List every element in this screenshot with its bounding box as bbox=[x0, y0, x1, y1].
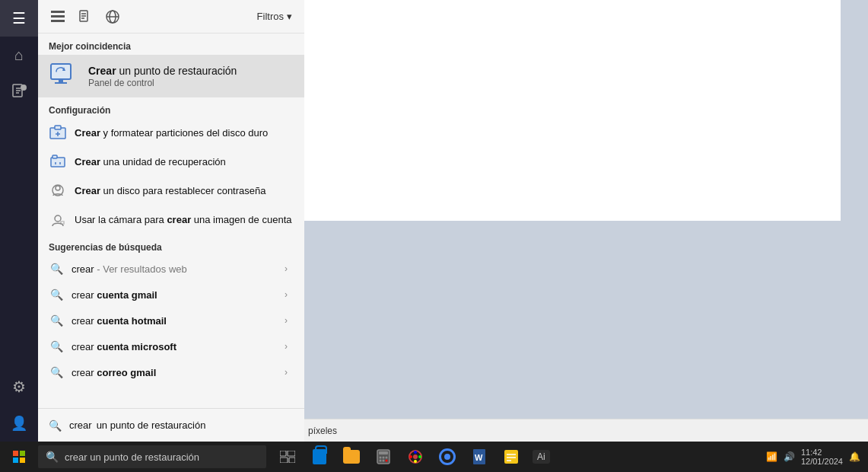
svg-rect-5 bbox=[51, 11, 65, 13]
svg-point-40 bbox=[386, 457, 388, 459]
taskbar-search-text: crear un punto de restauración bbox=[65, 451, 199, 463]
suggestion-arrow-3: › bbox=[278, 313, 294, 328]
config-section-label: Configuración bbox=[38, 97, 304, 119]
suggestion-text-4: crear cuenta microsoft bbox=[72, 341, 271, 352]
svg-rect-32 bbox=[280, 451, 286, 456]
config-item-4-icon bbox=[49, 211, 67, 229]
config-item-1-icon bbox=[49, 124, 67, 142]
clock: 11:4212/01/2024 bbox=[801, 448, 843, 466]
svg-rect-23 bbox=[51, 158, 65, 167]
pixeles-bar: píxeles bbox=[300, 419, 868, 442]
svg-rect-6 bbox=[51, 15, 65, 18]
taskbar-right-area: 📶 🔊 11:4212/01/2024 🔔 bbox=[766, 448, 868, 466]
suggestion-item-2[interactable]: 🔍 crear cuenta gmail › bbox=[38, 282, 304, 308]
suggestion-text-3: crear cuenta hotmail bbox=[72, 315, 271, 327]
config-item-3[interactable]: Crear un disco para restablecer contrase… bbox=[38, 177, 304, 206]
taskbar-word-icon[interactable]: W bbox=[464, 442, 494, 472]
search-icon-4: 🔍 bbox=[49, 339, 64, 354]
taskbar-search-icon: 🔍 bbox=[46, 451, 59, 463]
config-item-4-text: Usar la cámara para crear una imagen de … bbox=[75, 214, 291, 227]
search-bottom-magnifier: 🔍 bbox=[49, 419, 62, 432]
svg-point-43 bbox=[386, 460, 388, 462]
suggestion-item-5[interactable]: 🔍 crear correo gmail › bbox=[38, 359, 304, 385]
taskbar-explorer-icon[interactable] bbox=[336, 442, 367, 472]
home-icon[interactable]: ⌂ bbox=[0, 37, 38, 73]
search-bottom-input[interactable]: crear un punto de restauración bbox=[69, 419, 294, 431]
suggestion-item-1[interactable]: 🔍 crear - Ver resultados web › bbox=[38, 256, 304, 282]
suggestion-text-5: crear correo gmail bbox=[72, 367, 271, 378]
notification-icon[interactable]: 🔔 bbox=[849, 451, 860, 462]
taskbar-taskview-icon[interactable] bbox=[272, 442, 303, 472]
svg-rect-34 bbox=[280, 458, 288, 463]
svg-point-49 bbox=[414, 460, 417, 463]
svg-rect-33 bbox=[288, 451, 295, 456]
best-match-icon bbox=[49, 61, 79, 91]
windows-logo-icon bbox=[13, 451, 25, 463]
suggestion-item-3[interactable]: 🔍 crear cuenta hotmail › bbox=[38, 308, 304, 333]
suggestion-arrow-4: › bbox=[278, 339, 294, 354]
svg-point-39 bbox=[383, 457, 385, 459]
taskbar-calc-icon[interactable] bbox=[368, 442, 399, 472]
svg-rect-7 bbox=[51, 20, 65, 22]
taskbar-search-bar[interactable]: 🔍 crear un punto de restauración bbox=[38, 445, 266, 468]
svg-text:W: W bbox=[475, 453, 483, 462]
taskbar-chrome-icon[interactable] bbox=[432, 442, 463, 472]
taskbar-store-icon[interactable] bbox=[304, 442, 335, 472]
suggestion-text-2: crear cuenta gmail bbox=[72, 289, 271, 301]
config-item-1-text: Crear y formatear particiones del disco … bbox=[75, 127, 268, 140]
person-icon[interactable]: 👤 bbox=[0, 405, 38, 442]
suggestion-arrow-5: › bbox=[278, 365, 294, 380]
web-filter-tab[interactable] bbox=[99, 3, 126, 30]
svg-point-45 bbox=[413, 454, 418, 459]
config-item-2-text: Crear una unidad de recuperación bbox=[75, 156, 226, 169]
filter-button[interactable]: Filtros ▾ bbox=[251, 8, 298, 25]
suggestion-arrow-1: › bbox=[278, 261, 294, 276]
svg-rect-37 bbox=[379, 451, 388, 454]
suggestion-item-4[interactable]: 🔍 crear cuenta microsoft › bbox=[38, 333, 304, 359]
best-match-label: Mejor coincidencia bbox=[38, 33, 304, 55]
taskbar-app-icons: W bbox=[272, 442, 526, 472]
results-content: Mejor coincidencia Crear un punto de res… bbox=[38, 33, 304, 408]
svg-rect-15 bbox=[51, 64, 71, 79]
best-match-item[interactable]: Crear un punto de restauración Panel de … bbox=[38, 55, 304, 97]
svg-point-31 bbox=[62, 222, 63, 224]
svg-rect-52 bbox=[504, 450, 518, 464]
svg-point-29 bbox=[55, 215, 61, 222]
svg-point-1 bbox=[21, 85, 27, 91]
config-item-2[interactable]: Crear una unidad de recuperación bbox=[38, 148, 304, 177]
taskbar-paint-icon[interactable] bbox=[400, 442, 431, 472]
config-item-2-icon bbox=[49, 153, 67, 171]
taskbar-sticky-icon[interactable] bbox=[496, 442, 526, 472]
settings-icon[interactable]: ⚙ bbox=[0, 368, 38, 405]
pixeles-label: píxeles bbox=[300, 426, 345, 436]
volume-icon: 🔊 bbox=[784, 451, 795, 462]
config-item-3-text: Crear un disco para restablecer contrase… bbox=[75, 185, 265, 198]
suggestion-arrow-2: › bbox=[278, 287, 294, 302]
best-match-title: Crear un punto de restauración bbox=[88, 64, 237, 78]
all-results-tab[interactable] bbox=[44, 3, 72, 30]
svg-rect-24 bbox=[52, 155, 57, 158]
svg-rect-35 bbox=[289, 458, 295, 463]
svg-point-47 bbox=[418, 455, 421, 458]
search-icon-5: 🔍 bbox=[49, 365, 64, 380]
svg-point-41 bbox=[380, 460, 382, 462]
svg-point-46 bbox=[409, 455, 412, 458]
config-item-1[interactable]: Crear y formatear particiones del disco … bbox=[38, 119, 304, 148]
svg-point-42 bbox=[383, 460, 385, 462]
svg-point-48 bbox=[414, 451, 417, 454]
config-item-4[interactable]: Usar la cámara para crear una imagen de … bbox=[38, 206, 304, 234]
svg-rect-20 bbox=[55, 126, 61, 129]
start-side-panel: ☰ ⌂ ⚙ 👤 bbox=[0, 0, 38, 442]
document-filter-tab[interactable] bbox=[72, 3, 99, 30]
ai-label[interactable]: Ai bbox=[533, 450, 550, 464]
taskbar: 🔍 crear un punto de restauración bbox=[0, 442, 868, 472]
document-icon[interactable] bbox=[0, 73, 38, 110]
search-icon-3: 🔍 bbox=[49, 313, 64, 328]
search-bottom-bar: 🔍 crear un punto de restauración bbox=[38, 408, 304, 442]
network-icon: 📶 bbox=[766, 451, 777, 462]
hamburger-menu-icon[interactable]: ☰ bbox=[0, 0, 38, 37]
search-toolbar: Filtros ▾ bbox=[38, 0, 304, 33]
taskbar-start-button[interactable] bbox=[0, 442, 38, 472]
svg-point-38 bbox=[380, 457, 382, 459]
search-icon-2: 🔍 bbox=[49, 287, 64, 302]
